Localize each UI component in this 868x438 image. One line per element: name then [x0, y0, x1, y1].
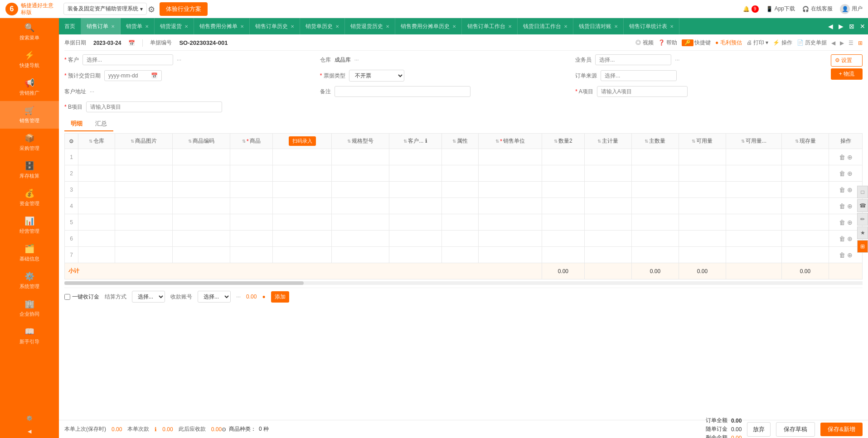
row-unit[interactable]	[479, 149, 542, 165]
tab-summary[interactable]: 汇总	[89, 117, 113, 130]
row-available[interactable]	[679, 165, 726, 182]
row-warehouse[interactable]	[78, 247, 115, 263]
sidebar-item-base[interactable]: 🗂️ 基础信息	[0, 239, 59, 267]
a-project-input[interactable]	[597, 86, 688, 97]
row-product[interactable]	[230, 198, 272, 214]
row-main-qty[interactable]	[631, 198, 679, 214]
row-stock[interactable]	[782, 165, 829, 182]
calendar-icon[interactable]: 📅	[128, 40, 135, 46]
row-customer-code[interactable]	[389, 198, 442, 214]
row-code[interactable]	[173, 247, 230, 263]
row-warehouse[interactable]	[78, 231, 115, 247]
row-main-unit[interactable]	[584, 165, 631, 182]
sidebar-item-system[interactable]: ⚙️ 系统管理	[0, 267, 59, 294]
row-spec[interactable]	[332, 149, 389, 165]
tab-close-icon[interactable]: ✕	[508, 24, 512, 29]
add-payment-btn[interactable]: 添加	[271, 291, 289, 303]
grid-view-icon[interactable]: ⊞	[858, 40, 863, 46]
tab-expand-btn[interactable]: ⊠	[846, 23, 857, 30]
invoice-type-select[interactable]: 不开票 增值税普通发票 增值税专用发票	[349, 70, 404, 82]
row-product[interactable]	[230, 214, 272, 231]
row-copy-btn[interactable]: ⊕	[847, 219, 853, 226]
sidebar-item-marketing[interactable]: 📢 营销推广	[0, 73, 59, 101]
tab-fee-history[interactable]: 销售费用分摊单历史 ✕	[395, 18, 462, 34]
row-warehouse[interactable]	[78, 214, 115, 231]
float-btn-2[interactable]: ☎	[857, 199, 868, 212]
notes-input[interactable]	[335, 86, 470, 97]
tab-sales-fee[interactable]: 销售费用分摊单 ✕	[194, 18, 250, 34]
table-scrollbar[interactable]	[64, 281, 863, 285]
row-unit[interactable]	[479, 247, 542, 263]
row-qty2[interactable]	[542, 247, 584, 263]
row-delete-btn[interactable]: 🗑	[839, 186, 845, 193]
row-main-qty[interactable]	[631, 231, 679, 247]
row-available2[interactable]	[726, 231, 782, 247]
row-spec[interactable]	[332, 247, 389, 263]
row-available[interactable]	[679, 231, 726, 247]
row-attributes[interactable]	[442, 247, 479, 263]
row-attributes[interactable]	[442, 231, 479, 247]
tab-close-icon[interactable]: ✕	[335, 24, 339, 29]
row-copy-btn[interactable]: ⊕	[847, 170, 853, 177]
tab-sales-return[interactable]: 销货退货 ✕	[155, 18, 194, 34]
row-warehouse[interactable]	[78, 149, 115, 165]
row-qty2[interactable]	[542, 165, 584, 182]
preview-link[interactable]: ◎ 视频	[635, 39, 653, 47]
tab-close-icon[interactable]: ✕	[564, 24, 567, 29]
row-warehouse[interactable]	[78, 182, 115, 198]
tab-close-icon[interactable]: ✕	[240, 24, 244, 29]
row-customer-code[interactable]	[389, 182, 442, 198]
row-product[interactable]	[230, 149, 272, 165]
row-available2[interactable]	[726, 214, 782, 231]
row-unit[interactable]	[479, 165, 542, 182]
row-customer-code[interactable]	[389, 247, 442, 263]
profit-link[interactable]: ● 毛利预估	[715, 39, 742, 47]
row-attributes[interactable]	[442, 182, 479, 198]
sidebar-item-finance[interactable]: 💰 资金管理	[0, 184, 59, 212]
sidebar-item-quick-nav[interactable]: ⚡ 快捷导航	[0, 46, 59, 73]
addr-dots[interactable]: ···	[90, 88, 94, 95]
row-code[interactable]	[173, 165, 230, 182]
row-main-unit[interactable]	[584, 247, 631, 263]
row-main-qty[interactable]	[631, 182, 679, 198]
tab-sales-return-history[interactable]: 销货退货历史 ✕	[345, 18, 395, 34]
row-delete-btn[interactable]: 🗑	[839, 202, 845, 210]
online-support-item[interactable]: 🎧 在线客服	[802, 5, 833, 13]
row-main-unit[interactable]	[584, 198, 631, 214]
user-item[interactable]: 👤 用户	[840, 4, 863, 14]
delivery-date-input[interactable]: 📅	[104, 70, 162, 81]
warehouse-dots[interactable]: ···	[354, 57, 359, 63]
row-unit[interactable]	[479, 182, 542, 198]
settlement-select[interactable]: 选择...	[132, 291, 165, 303]
salesperson-input[interactable]	[595, 54, 671, 65]
row-main-unit[interactable]	[584, 149, 631, 165]
history-link[interactable]: 📄 历史单据	[797, 39, 827, 47]
tab-detail[interactable]: 明细	[64, 117, 89, 131]
arrow-right-icon[interactable]: ▶	[840, 40, 844, 46]
tab-sales-order[interactable]: 销售订单 ✕	[81, 18, 121, 34]
row-delete-btn[interactable]: 🗑	[839, 251, 845, 259]
row-spec[interactable]	[332, 214, 389, 231]
row-delete-btn[interactable]: 🗑	[839, 235, 845, 242]
delivery-date-text[interactable]	[108, 72, 149, 79]
tab-close-icon[interactable]: ✕	[670, 24, 674, 29]
save-new-btn[interactable]: 保存&新增	[820, 423, 863, 436]
print-link[interactable]: 🖨 打印 ▾	[747, 39, 769, 47]
customer-input[interactable]	[82, 54, 173, 65]
sidebar-settings[interactable]: ⚙️	[0, 412, 59, 425]
row-available2[interactable]	[726, 198, 782, 214]
row-main-qty[interactable]	[631, 149, 679, 165]
row-attributes[interactable]	[442, 165, 479, 182]
tab-next-btn[interactable]: ▶	[836, 23, 846, 30]
tab-close-icon[interactable]: ✕	[614, 24, 618, 29]
row-warehouse[interactable]	[78, 165, 115, 182]
sidebar-item-guide[interactable]: 📖 新手引导	[0, 322, 59, 350]
row-code[interactable]	[173, 149, 230, 165]
row-customer-code[interactable]	[389, 149, 442, 165]
row-code[interactable]	[173, 214, 230, 231]
row-customer-code[interactable]	[389, 165, 442, 182]
row-attributes[interactable]	[442, 198, 479, 214]
row-qty2[interactable]	[542, 182, 584, 198]
settings-btn[interactable]: ⚙ 设置	[831, 54, 863, 67]
row-delete-btn[interactable]: 🗑	[839, 154, 845, 161]
